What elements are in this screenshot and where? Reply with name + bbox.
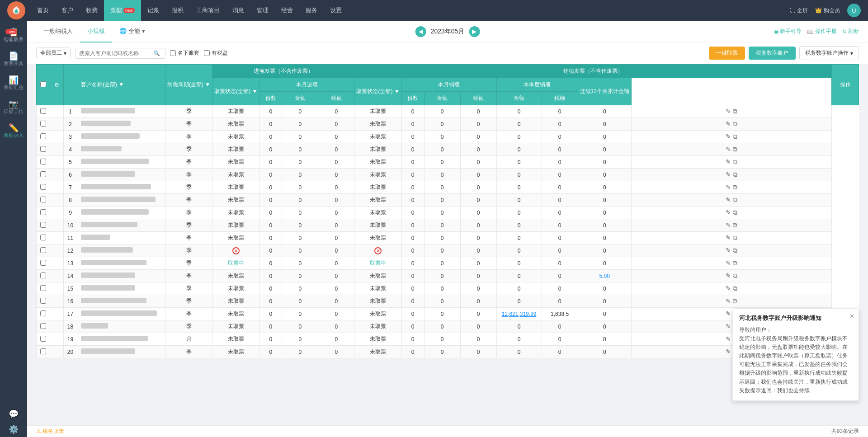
refresh-link[interactable]: ↻ 刷新	[842, 28, 859, 35]
row-client-name[interactable]	[77, 194, 165, 207]
checkbox-account[interactable]: 名下账套	[170, 49, 199, 57]
row-client-name[interactable]	[77, 232, 165, 244]
edit-icon[interactable]: ✎	[726, 335, 731, 343]
th-out-status[interactable]: 取票状态(全部) ▼	[354, 78, 401, 105]
tax-policy-link[interactable]: ⚠ 税务政策	[36, 428, 64, 435]
row-checkbox[interactable]	[40, 121, 46, 127]
edit-icon[interactable]: ✎	[726, 183, 731, 191]
manual-link[interactable]: 📖 操作手册	[807, 28, 837, 35]
th-client-name[interactable]: 客户名称(全部) ▼	[77, 65, 165, 105]
nav-home[interactable]: 首页	[31, 0, 55, 21]
row-client-name[interactable]	[77, 219, 165, 232]
edit-icon[interactable]: ✎	[726, 297, 731, 305]
row-client-name[interactable]	[77, 295, 165, 308]
nav-settings[interactable]: 设置	[324, 0, 348, 21]
nav-tax[interactable]: 报税	[165, 0, 190, 21]
th-in-status[interactable]: 取票状态(全部) ▼	[212, 78, 259, 105]
edit-icon[interactable]: ✎	[726, 133, 731, 140]
copy-icon[interactable]: ⧉	[733, 108, 737, 115]
tax-digital-ops-btn[interactable]: 税务数字账户操作 ▾	[799, 46, 859, 60]
row-checkbox[interactable]	[40, 222, 46, 228]
sidebar-item-summary[interactable]: 📊 票据汇总	[0, 72, 27, 94]
copy-icon[interactable]: ⧉	[733, 171, 737, 178]
copy-icon[interactable]: ⧉	[733, 221, 737, 229]
sidebar-item-scan[interactable]: 📷 扫描上传	[0, 96, 27, 118]
nav-fee[interactable]: 收费	[80, 0, 104, 21]
sidebar-item-smart-fetch[interactable]: 📋 new 智能取票	[0, 24, 27, 47]
edit-icon[interactable]: ✎	[726, 209, 731, 216]
edit-icon[interactable]: ✎	[726, 247, 731, 254]
row-checkbox[interactable]	[40, 197, 46, 202]
edit-icon[interactable]: ✎	[726, 234, 731, 241]
row-checkbox[interactable]	[40, 146, 46, 152]
edit-icon[interactable]: ✎	[726, 259, 731, 267]
nav-invoice[interactable]: 票据 new	[104, 0, 141, 21]
copy-icon[interactable]: ⧉	[733, 272, 737, 279]
tax-digital-btn[interactable]: 税务数字账户	[749, 47, 796, 60]
nav-service[interactable]: 服务	[299, 0, 324, 21]
edit-icon[interactable]: ✎	[726, 310, 731, 317]
copy-icon[interactable]: ⧉	[733, 120, 737, 127]
row-client-name[interactable]	[77, 105, 165, 118]
row-checkbox[interactable]	[40, 310, 46, 316]
copy-icon[interactable]: ⧉	[733, 183, 737, 191]
guide-link[interactable]: ◉ 新手引导	[774, 28, 802, 35]
row-client-name[interactable]	[77, 333, 165, 346]
notif-close-btn[interactable]: ×	[850, 312, 854, 320]
copy-icon[interactable]: ⧉	[733, 158, 737, 165]
sidebar-item-chat[interactable]: 💬	[0, 406, 27, 422]
edit-icon[interactable]: ✎	[726, 323, 731, 330]
copy-icon[interactable]: ⧉	[733, 133, 737, 140]
nav-client[interactable]: 客户	[55, 0, 80, 21]
checkbox-taxpad[interactable]: 有税盘	[204, 49, 228, 57]
search-input[interactable]	[79, 50, 151, 56]
row-checkbox[interactable]	[40, 298, 46, 304]
row-client-name[interactable]	[77, 156, 165, 169]
row-checkbox[interactable]	[40, 159, 46, 164]
edit-icon[interactable]: ✎	[726, 285, 731, 292]
employee-select[interactable]: 全部员工 ▾	[36, 47, 71, 59]
search-icon[interactable]: 🔍	[153, 50, 160, 56]
row-client-name[interactable]	[77, 270, 165, 282]
row-checkbox[interactable]	[40, 171, 46, 177]
row-checkbox[interactable]	[40, 273, 46, 278]
fullscreen-btn[interactable]: ⛶ 全屏	[790, 7, 808, 14]
edit-icon[interactable]: ✎	[726, 120, 731, 127]
nav-operate[interactable]: 经营	[275, 0, 299, 21]
vip-btn[interactable]: 👑 购会员	[815, 7, 840, 14]
row-client-name[interactable]	[77, 346, 165, 358]
edit-icon[interactable]: ✎	[726, 196, 731, 203]
row-client-name[interactable]	[77, 320, 165, 333]
copy-icon[interactable]: ⧉	[733, 234, 737, 241]
nav-business[interactable]: 工商项目	[190, 0, 226, 21]
row-client-name[interactable]	[77, 131, 165, 143]
tab-all[interactable]: 🌐 全能 ▾	[112, 21, 152, 42]
row-checkbox[interactable]	[40, 348, 46, 354]
row-client-name[interactable]	[77, 118, 165, 131]
user-avatar[interactable]: U	[847, 4, 861, 17]
row-checkbox[interactable]	[40, 247, 46, 253]
copy-icon[interactable]: ⧉	[733, 285, 737, 292]
row-client-name[interactable]	[77, 308, 165, 320]
edit-icon[interactable]: ✎	[726, 171, 731, 178]
row-checkbox[interactable]	[40, 108, 46, 114]
row-client-name[interactable]	[77, 257, 165, 270]
sidebar-item-open-invoice[interactable]: 📄 发票开具	[0, 48, 27, 70]
row-checkbox[interactable]	[40, 260, 46, 266]
nav-manage[interactable]: 管理	[250, 0, 275, 21]
batch-fetch-btn[interactable]: 一键取票	[709, 47, 745, 60]
row-checkbox[interactable]	[40, 336, 46, 342]
sidebar-item-setting[interactable]: ⚙️	[0, 422, 27, 437]
edit-icon[interactable]: ✎	[726, 146, 731, 153]
copy-icon[interactable]: ⧉	[733, 146, 737, 153]
copy-icon[interactable]: ⧉	[733, 259, 737, 267]
th-tax-period[interactable]: 纳税周期(全部) ▼	[165, 65, 212, 105]
edit-icon[interactable]: ✎	[726, 272, 731, 279]
checkbox-taxpad-input[interactable]	[204, 50, 210, 56]
row-checkbox[interactable]	[40, 184, 46, 190]
prev-month-btn[interactable]: ◀	[415, 26, 426, 37]
tab-general-taxpayer[interactable]: 一般纳税人	[36, 21, 80, 42]
row-checkbox[interactable]	[40, 235, 46, 240]
nav-bookkeep[interactable]: 记账	[141, 0, 165, 21]
select-all-checkbox[interactable]	[40, 81, 46, 87]
